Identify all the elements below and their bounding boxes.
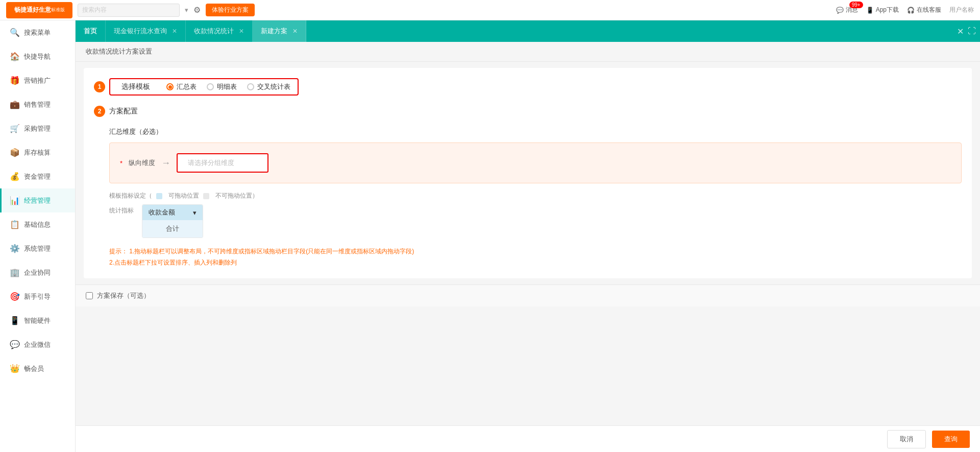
save-section: 方案保存（可选） (76, 284, 980, 306)
metric-container: 收款金额 ▾ 合计 (142, 204, 203, 238)
logo: 畅捷通好生意 标准版 (6, 2, 72, 18)
stat-label: 统计指标 (109, 206, 134, 215)
radio-summary-circle (166, 83, 174, 90)
tab-receipt-stats[interactable]: 收款情况统计 ✕ (186, 20, 253, 42)
tab-bar-actions: ✕ ⛶ (957, 27, 980, 36)
radio-detail[interactable]: 明细表 (207, 82, 237, 91)
download-link[interactable]: 📱 App下载 (866, 6, 899, 14)
sidebar-item-finance[interactable]: 💰 资金管理 (0, 164, 75, 188)
tips-section: 提示： 1.拖动标题栏可以调整布局，不可跨维度或指标区域拖动栏目字段(只能在同一… (109, 246, 962, 268)
crown-icon: 👑 (10, 364, 20, 373)
tab-receipt-stats-close-icon[interactable]: ✕ (239, 28, 244, 35)
metric-body: 合计 (142, 220, 203, 237)
cancel-button[interactable]: 取消 (887, 430, 926, 448)
user-name: 用户名称 (949, 6, 974, 14)
arrow-icon: → (161, 158, 170, 169)
tab-bank-flow[interactable]: 现金银行流水查询 ✕ (106, 20, 186, 42)
settings-icon[interactable]: ⚙ (193, 5, 201, 15)
bottom-bar: 取消 查询 (76, 425, 980, 452)
radio-cross-circle (247, 83, 254, 90)
step2-label: 方案配置 (109, 107, 138, 116)
home-icon: 🏠 (10, 52, 20, 61)
sidebar-item-sales[interactable]: 💼 销售管理 (0, 92, 75, 116)
sidebar-item-enterprise[interactable]: 🏢 企业协同 (0, 260, 75, 284)
page-content: 收款情况统计方案设置 1 选择模板 汇总表 (76, 42, 980, 425)
building-icon: 🏢 (10, 268, 20, 277)
template-radio-group: 汇总表 明细表 交叉统计表 (166, 82, 290, 91)
box-icon: 📦 (10, 148, 20, 157)
hint-row: 模板指标设定（ 可拖动位置 不可拖动位置） (109, 192, 962, 200)
save-label: 方案保存（可选） (97, 291, 150, 300)
non-draggable-hint-box (203, 193, 209, 199)
tab-bar: 首页 现金银行流水查询 ✕ 收款情况统计 ✕ 新建方案 ✕ ✕ ⛶ (76, 20, 980, 42)
radio-cross[interactable]: 交叉统计表 (247, 82, 290, 91)
sidebar-item-system[interactable]: ⚙️ 系统管理 (0, 236, 75, 260)
sidebar-item-purchase[interactable]: 🛒 采购管理 (0, 116, 75, 140)
search-box: 搜索内容 (78, 4, 180, 17)
search-icon: 🔍 (10, 28, 20, 37)
main-layout: 🔍 搜索菜单 🏠 快捷导航 🎁 营销推广 💼 销售管理 🛒 采购管理 📦 库存核… (0, 20, 980, 452)
top-bar: 畅捷通好生意 标准版 搜索内容 ▾ ⚙ 体验行业方案 💬 消息 99+ 📱 Ap… (0, 0, 980, 20)
support-link[interactable]: 🎧 在线客服 (907, 6, 941, 14)
form-card: 1 选择模板 汇总表 明细表 (84, 68, 972, 278)
step1-label: 选择模板 (121, 82, 150, 91)
search-dropdown-icon[interactable]: ▾ (185, 6, 188, 14)
sidebar-item-wechat[interactable]: 💬 企业微信 (0, 332, 75, 356)
top-bar-right: 💬 消息 99+ 📱 App下载 🎧 在线客服 用户名称 (836, 6, 974, 14)
tab-home[interactable]: 首页 (76, 20, 106, 42)
maximize-button[interactable]: ⛶ (968, 27, 976, 36)
phone-icon: 📱 (10, 316, 20, 325)
radio-summary[interactable]: 汇总表 (166, 82, 197, 91)
metric-dropdown-icon[interactable]: ▾ (193, 209, 197, 217)
messages-badge[interactable]: 💬 消息 99+ (836, 6, 858, 14)
sidebar-item-search[interactable]: 🔍 搜索菜单 (0, 20, 75, 44)
tip1: 提示： 1.拖动标题栏可以调整布局，不可跨维度或指标区域拖动栏目字段(只能在同一… (109, 246, 962, 257)
step1-num: 1 (94, 81, 105, 92)
tip2: 2.点击标题栏下拉可设置排序、插入列和删除列 (109, 257, 962, 269)
chat-icon: 💬 (10, 340, 20, 349)
target-icon: 🎯 (10, 292, 20, 301)
dimension-section-title: 汇总维度（必选） (109, 127, 962, 136)
metric-header[interactable]: 收款金额 ▾ (142, 205, 203, 220)
dimension-area: * 纵向维度 → 请选择分组维度 (109, 142, 962, 183)
sidebar-item-hardware[interactable]: 📱 智能硬件 (0, 308, 75, 332)
gear-icon: ⚙️ (10, 244, 20, 253)
draggable-hint-label: 可拖动位置 (168, 192, 199, 200)
gift-icon: 🎁 (10, 76, 20, 85)
config-body: 汇总维度（必选） * 纵向维度 → 请选择分组维度 (109, 127, 962, 268)
briefcase-icon: 💼 (10, 100, 20, 109)
tab-bank-flow-close-icon[interactable]: ✕ (172, 28, 177, 35)
sidebar-item-quick-nav[interactable]: 🏠 快捷导航 (0, 44, 75, 68)
sidebar-item-guide[interactable]: 🎯 新手引导 (0, 284, 75, 308)
list-icon: 📋 (10, 220, 20, 229)
step1-row: 1 选择模板 汇总表 明细表 (94, 78, 962, 96)
sidebar-item-marketing[interactable]: 🎁 营销推广 (0, 68, 75, 92)
sidebar: 🔍 搜索菜单 🏠 快捷导航 🎁 营销推广 💼 销售管理 🛒 采购管理 📦 库存核… (0, 20, 76, 452)
metric-layout: 统计指标 收款金额 ▾ 合计 (109, 204, 962, 238)
money-icon: 💰 (10, 172, 20, 181)
section-header: 收款情况统计方案设置 (76, 42, 980, 62)
sidebar-item-basic-info[interactable]: 📋 基础信息 (0, 212, 75, 236)
tab-new-plan[interactable]: 新建方案 ✕ (253, 20, 306, 42)
draggable-hint-box (156, 193, 162, 199)
step2-num: 2 (94, 106, 105, 117)
vertical-label: 纵向维度 (129, 158, 155, 168)
trial-button[interactable]: 体验行业方案 (206, 4, 255, 16)
required-star: * (120, 159, 122, 167)
sidebar-item-member[interactable]: 👑 畅会员 (0, 356, 75, 380)
query-button[interactable]: 查询 (932, 431, 970, 448)
sidebar-item-inventory[interactable]: 📦 库存核算 (0, 140, 75, 164)
radio-detail-circle (207, 83, 214, 90)
group-dimension-selector[interactable]: 请选择分组维度 (177, 153, 268, 173)
close-window-button[interactable]: ✕ (957, 27, 964, 36)
sidebar-item-operation[interactable]: 📊 经营管理 (0, 188, 75, 212)
cart-icon: 🛒 (10, 124, 20, 133)
metric-section: 模板指标设定（ 可拖动位置 不可拖动位置） 统计指标 收款金额 ▾ (109, 192, 962, 238)
dimension-row: * 纵向维度 → 请选择分组维度 (120, 153, 951, 173)
chart-icon: 📊 (10, 196, 20, 205)
content-area: 首页 现金银行流水查询 ✕ 收款情况统计 ✕ 新建方案 ✕ ✕ ⛶ (76, 20, 980, 452)
step2-row: 2 方案配置 (94, 106, 962, 117)
tab-new-plan-close-icon[interactable]: ✕ (292, 28, 298, 35)
save-checkbox[interactable] (86, 292, 93, 299)
non-draggable-hint-label: 不可拖动位置） (215, 192, 258, 200)
